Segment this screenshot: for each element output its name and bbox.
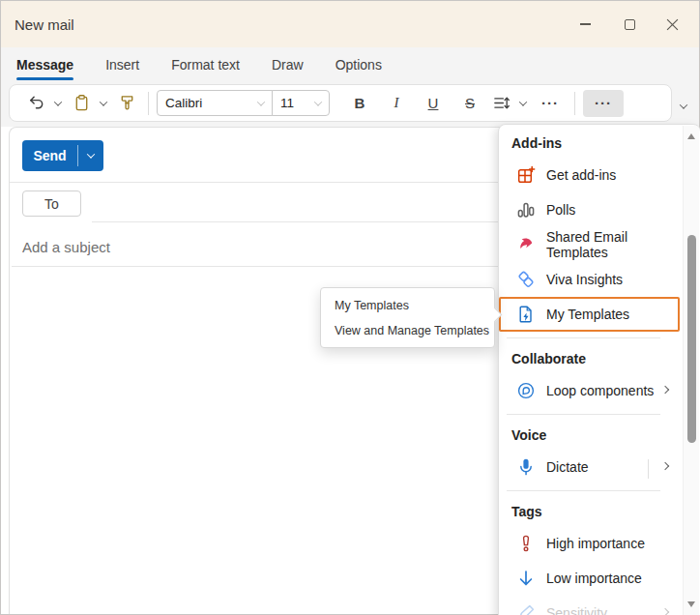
tab-options[interactable]: Options [335,47,382,82]
menu-item-sensitivity: Sensitivity [499,596,680,615]
to-button[interactable]: To [22,190,81,217]
scroll-up-icon[interactable] [687,133,695,139]
menu-item-label: Get add-ins [546,167,616,183]
chevron-down-icon [314,98,322,105]
high-importance-icon [516,534,536,553]
menu-item-label: Dictate [546,459,589,475]
tab-message[interactable]: Message [16,47,73,82]
font-size-select[interactable]: 11 [272,90,330,116]
menu-item-label: Low importance [546,571,642,586]
bold-button[interactable]: B [345,95,374,111]
send-options-button[interactable] [78,140,103,171]
panel-scrollbar[interactable] [683,126,699,615]
format-painter-button[interactable] [114,90,140,117]
get-addins-icon [516,165,536,185]
send-split-button: Send [22,140,103,171]
italic-button[interactable]: I [382,95,411,111]
menu-item-label: Sensitivity [546,605,607,615]
polls-icon [516,200,536,220]
menu-item-label: Viva Insights [546,272,623,287]
scrollbar-thumb[interactable] [687,235,696,443]
window-title: New mail [15,16,74,33]
format-painter-icon [118,94,136,112]
menu-item-shared-email-templates[interactable]: Shared Email Templates [499,227,680,262]
scroll-down-icon[interactable] [687,601,695,607]
overflow-menu-panel: Add-insGet add-insPollsShared Email Temp… [498,124,700,615]
formatting-toolbar: Calibri 11 B I U S ··· ··· [9,84,672,122]
minimize-button[interactable] [564,1,606,47]
selected-tab-underline [16,77,73,80]
tab-insert[interactable]: Insert [105,47,139,82]
menu-item-viva-insights[interactable]: Viva Insights [499,262,680,297]
undo-button[interactable] [23,90,49,117]
menu-item-low-importance[interactable]: Low importance [499,561,680,596]
undo-dropdown-icon[interactable] [54,98,62,105]
maximize-icon [625,19,635,30]
subject-input[interactable] [22,234,486,259]
underline-button[interactable]: U [419,95,448,111]
menu-item-label: Loop components [546,383,654,398]
sensitivity-icon [516,603,536,615]
tab-label: Options [335,57,382,73]
menu-item-polls[interactable]: Polls [499,192,680,227]
chevron-right-icon [661,462,669,470]
menu-item-dictate[interactable]: Dictate [499,450,680,484]
submenu-item-view-and-manage-templates[interactable]: View and Manage Templates [321,318,494,343]
panel-section-title-voice: Voice [499,421,682,450]
overflow-menu-button[interactable]: ··· [583,90,624,117]
titlebar: New mail [1,1,699,47]
panel-section-title-collaborate: Collaborate [499,344,682,373]
menu-item-label: High importance [546,536,645,551]
tab-format-text[interactable]: Format text [171,47,240,82]
ribbon-toolband: Calibri 11 B I U S ··· ··· [1,82,699,127]
tab-draw[interactable]: Draw [272,47,304,82]
low-importance-icon [516,569,536,588]
send-button[interactable]: Send [22,140,77,171]
font-name-select[interactable]: Calibri [157,90,273,116]
recipients-underline [92,221,499,222]
tab-label: Draw [272,57,304,73]
menu-item-my-templates[interactable]: My Templates [499,297,680,332]
chevron-down-icon [87,150,95,158]
undo-icon [27,94,45,112]
menu-item-get-add-ins[interactable]: Get add-ins [499,158,680,192]
recipients-input[interactable] [97,193,493,219]
menu-item-high-importance[interactable]: High importance [499,526,680,561]
paste-dropdown-icon[interactable] [100,98,107,105]
toolbar-separator [574,92,575,115]
toolbar-separator [148,92,149,115]
strikethrough-button[interactable]: S [455,95,484,111]
menu-item-label: My Templates [546,307,629,322]
divider [648,459,649,479]
maximize-button[interactable] [608,1,651,47]
section-divider [507,414,660,415]
line-spacing-icon [492,94,510,112]
line-spacing-dropdown-icon[interactable] [519,98,527,105]
shared-templates-icon [516,235,536,254]
menu-item-label: Polls [546,202,575,218]
minimize-icon [580,23,591,25]
close-button[interactable] [651,1,693,47]
new-mail-window: New mail MessageInsertFormat textDrawOpt… [0,0,700,615]
chevron-down-icon [680,101,687,108]
templates-submenu: My TemplatesView and Manage Templates [320,287,495,348]
chevron-right-icon [661,386,669,394]
subject-underline [12,266,499,267]
tab-label: Format text [171,57,240,73]
line-spacing-button[interactable] [488,90,514,117]
menu-item-loop-components[interactable]: Loop components [499,373,680,408]
chevron-right-icon [661,608,669,615]
collapse-ribbon-button[interactable] [674,98,693,115]
menu-item-label: Shared Email Templates [546,229,678,260]
divider [10,182,499,183]
font-size-value: 11 [280,96,294,110]
section-divider [507,490,660,491]
dictate-icon [516,457,536,477]
viva-insights-icon [516,270,536,289]
more-formatting-button[interactable]: ··· [534,95,567,111]
submenu-item-my-templates[interactable]: My Templates [321,293,494,318]
paste-button[interactable] [69,90,95,117]
chevron-down-icon [257,98,265,105]
panel-section-title-tags: Tags [499,497,682,526]
loop-icon [516,381,536,400]
